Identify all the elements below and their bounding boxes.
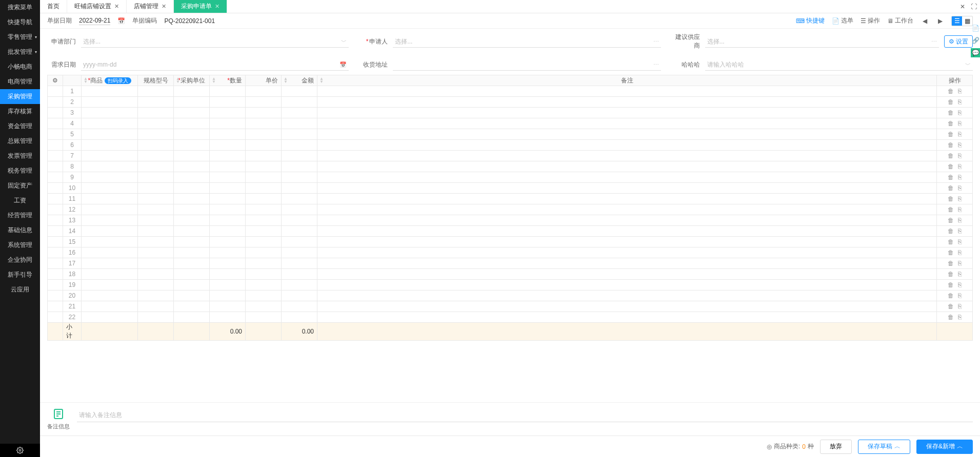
operate-action[interactable]: ☰操作 bbox=[861, 16, 880, 25]
chevron-down-icon[interactable]: ﹀ bbox=[965, 61, 971, 69]
rail-doc-icon[interactable]: 📄 bbox=[971, 24, 980, 33]
sidebar-item-10[interactable]: 发票管理 bbox=[0, 149, 40, 163]
rail-chat-icon[interactable]: 💬 bbox=[971, 48, 980, 57]
col-product[interactable]: ▲▼*商品 扫码录入 bbox=[82, 75, 138, 86]
copy-row-icon[interactable]: ⎘ bbox=[958, 131, 962, 138]
close-icon[interactable]: ✕ bbox=[162, 3, 166, 10]
sidebar-item-11[interactable]: 税务管理 bbox=[0, 163, 40, 178]
more-icon[interactable]: ⋯ bbox=[931, 38, 937, 45]
copy-row-icon[interactable]: ⎘ bbox=[958, 206, 962, 213]
delete-row-icon[interactable]: 🗑 bbox=[948, 217, 954, 224]
table-row[interactable]: 5 🗑 ⎘ bbox=[48, 129, 973, 140]
copy-row-icon[interactable]: ⎘ bbox=[958, 281, 962, 288]
sidebar-item-6[interactable]: 采购管理 bbox=[0, 89, 40, 104]
col-unit[interactable]: ▲▼*采购单位 bbox=[174, 75, 210, 86]
save-draft-button[interactable]: 保存草稿︿ bbox=[858, 440, 910, 454]
workbench-action[interactable]: 🖥工作台 bbox=[887, 16, 913, 25]
select-doc-action[interactable]: 📄选单 bbox=[832, 16, 853, 25]
delete-row-icon[interactable]: 🗑 bbox=[948, 120, 954, 127]
table-row[interactable]: 21 🗑 ⎘ bbox=[48, 301, 973, 312]
col-qty[interactable]: ▲▼*数量 bbox=[210, 75, 246, 86]
calendar-icon[interactable]: 📅 bbox=[339, 61, 347, 68]
sidebar-item-2[interactable]: 零售管理▾ bbox=[0, 30, 40, 45]
table-row[interactable]: 6 🗑 ⎘ bbox=[48, 140, 973, 151]
address-input[interactable] bbox=[393, 58, 661, 71]
table-row[interactable]: 22 🗑 ⎘ bbox=[48, 312, 973, 323]
table-row[interactable]: 19 🗑 ⎘ bbox=[48, 280, 973, 290]
tab-2[interactable]: 店铺管理✕ bbox=[127, 0, 174, 13]
copy-row-icon[interactable]: ⎘ bbox=[958, 109, 962, 116]
copy-row-icon[interactable]: ⎘ bbox=[958, 98, 962, 106]
delete-row-icon[interactable]: 🗑 bbox=[948, 314, 954, 321]
sidebar-item-1[interactable]: 快捷导航 bbox=[0, 15, 40, 30]
table-row[interactable]: 20 🗑 ⎘ bbox=[48, 290, 973, 301]
copy-row-icon[interactable]: ⎘ bbox=[958, 292, 962, 299]
settings-button[interactable]: ⚙设置 bbox=[944, 35, 973, 48]
copy-row-icon[interactable]: ⎘ bbox=[958, 238, 962, 245]
delete-row-icon[interactable]: 🗑 bbox=[948, 292, 954, 299]
delete-row-icon[interactable]: 🗑 bbox=[948, 88, 954, 95]
save-new-button[interactable]: 保存&新增︿ bbox=[916, 440, 973, 454]
table-row[interactable]: 9 🗑 ⎘ bbox=[48, 172, 973, 183]
sidebar-item-14[interactable]: 经营管理 bbox=[0, 208, 40, 223]
delete-row-icon[interactable]: 🗑 bbox=[948, 98, 954, 106]
copy-row-icon[interactable]: ⎘ bbox=[958, 152, 962, 159]
calendar-icon[interactable]: 📅 bbox=[117, 17, 125, 25]
supplier-input[interactable] bbox=[705, 35, 939, 48]
copy-row-icon[interactable]: ⎘ bbox=[958, 249, 962, 256]
tab-0[interactable]: 首页 bbox=[40, 0, 67, 13]
sidebar-item-15[interactable]: 基础信息 bbox=[0, 223, 40, 238]
copy-row-icon[interactable]: ⎘ bbox=[958, 217, 962, 224]
table-row[interactable]: 15 🗑 ⎘ bbox=[48, 237, 973, 247]
copy-row-icon[interactable]: ⎘ bbox=[958, 271, 962, 278]
table-row[interactable]: 8 🗑 ⎘ bbox=[48, 161, 973, 172]
sidebar-item-5[interactable]: 电商管理 bbox=[0, 74, 40, 89]
prev-icon[interactable]: ◀ bbox=[921, 17, 929, 25]
delete-row-icon[interactable]: 🗑 bbox=[948, 174, 954, 181]
applicant-input[interactable] bbox=[393, 35, 661, 48]
secret-input[interactable] bbox=[705, 58, 973, 71]
sidebar-item-18[interactable]: 新手引导 bbox=[0, 267, 40, 282]
delete-row-icon[interactable]: 🗑 bbox=[948, 131, 954, 138]
delete-row-icon[interactable]: 🗑 bbox=[948, 271, 954, 278]
delete-row-icon[interactable]: 🗑 bbox=[948, 206, 954, 213]
chevron-down-icon[interactable]: ﹀ bbox=[341, 38, 347, 46]
table-row[interactable]: 14 🗑 ⎘ bbox=[48, 226, 973, 237]
sidebar-item-17[interactable]: 企业协同 bbox=[0, 253, 40, 267]
table-row[interactable]: 16 🗑 ⎘ bbox=[48, 247, 973, 258]
rail-link-icon[interactable]: 🔗 bbox=[971, 36, 980, 45]
copy-row-icon[interactable]: ⎘ bbox=[958, 227, 962, 235]
delete-row-icon[interactable]: 🗑 bbox=[948, 260, 954, 267]
table-row[interactable]: 18 🗑 ⎘ bbox=[48, 269, 973, 280]
sidebar-item-3[interactable]: 批发管理▾ bbox=[0, 45, 40, 59]
copy-row-icon[interactable]: ⎘ bbox=[958, 184, 962, 192]
table-row[interactable]: 10 🗑 ⎘ bbox=[48, 183, 973, 194]
col-spec[interactable]: 规格型号 bbox=[138, 75, 174, 86]
delete-row-icon[interactable]: 🗑 bbox=[948, 249, 954, 256]
delete-row-icon[interactable]: 🗑 bbox=[948, 152, 954, 159]
sidebar-item-8[interactable]: 资金管理 bbox=[0, 119, 40, 134]
delete-row-icon[interactable]: 🗑 bbox=[948, 109, 954, 116]
sidebar-item-12[interactable]: 固定资产 bbox=[0, 178, 40, 193]
close-icon[interactable]: ✕ bbox=[215, 3, 219, 10]
col-gear[interactable]: ⚙ bbox=[48, 75, 63, 86]
notes-input[interactable] bbox=[77, 408, 973, 422]
delete-row-icon[interactable]: 🗑 bbox=[948, 141, 954, 149]
delete-row-icon[interactable]: 🗑 bbox=[948, 238, 954, 245]
scan-badge[interactable]: 扫码录入 bbox=[105, 77, 131, 84]
copy-row-icon[interactable]: ⎘ bbox=[958, 174, 962, 181]
more-icon[interactable]: ⋯ bbox=[653, 61, 659, 68]
sidebar-settings[interactable] bbox=[0, 444, 40, 457]
copy-row-icon[interactable]: ⎘ bbox=[958, 88, 962, 95]
col-amount[interactable]: ▲▼金额 bbox=[282, 75, 317, 86]
delete-row-icon[interactable]: 🗑 bbox=[948, 281, 954, 288]
fullscreen-icon[interactable]: ⛶ bbox=[970, 3, 978, 11]
table-row[interactable]: 12 🗑 ⎘ bbox=[48, 204, 973, 215]
date-value[interactable]: 2022-09-21 bbox=[79, 17, 110, 25]
col-remark[interactable]: ▲▼备注 bbox=[317, 75, 937, 86]
copy-row-icon[interactable]: ⎘ bbox=[958, 141, 962, 149]
table-row[interactable]: 2 🗑 ⎘ bbox=[48, 97, 973, 108]
sidebar-item-0[interactable]: 搜索菜单 bbox=[0, 0, 40, 15]
more-icon[interactable]: ⋯ bbox=[653, 38, 659, 45]
col-price[interactable]: 单价 bbox=[246, 75, 282, 86]
